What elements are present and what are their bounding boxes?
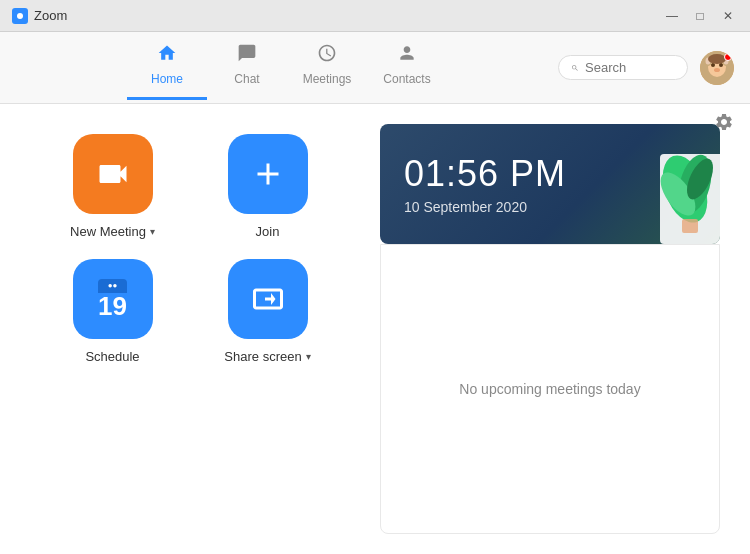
share-screen-button[interactable] (228, 259, 308, 339)
right-panel: 01:56 PM 10 September 2020 (380, 124, 720, 534)
app-icon (12, 8, 28, 24)
new-meeting-item[interactable]: New Meeting ▾ (50, 134, 175, 239)
schedule-item[interactable]: ●● 19 Schedule (50, 259, 175, 364)
home-icon (157, 43, 177, 68)
nav-bar: Home Chat Meetings (0, 32, 750, 104)
tab-chat-label: Chat (234, 72, 259, 86)
left-panel: New Meeting ▾ Join (30, 124, 350, 534)
clock-date: 10 September 2020 (404, 199, 527, 215)
close-button[interactable]: ✕ (718, 6, 738, 26)
video-camera-icon (95, 156, 131, 192)
tab-home[interactable]: Home (127, 36, 207, 100)
new-meeting-arrow: ▾ (150, 226, 155, 237)
tab-meetings[interactable]: Meetings (287, 36, 367, 100)
app-window: Home Chat Meetings (0, 32, 750, 554)
minimize-button[interactable]: — (662, 6, 682, 26)
no-meetings-text: No upcoming meetings today (459, 381, 640, 397)
join-item[interactable]: Join (205, 134, 330, 239)
meetings-section: No upcoming meetings today (380, 244, 720, 534)
clock-time: 01:56 PM (404, 153, 566, 195)
chat-icon (237, 43, 257, 68)
plant-decoration (630, 134, 720, 244)
notification-dot (724, 53, 732, 61)
share-screen-arrow: ▾ (306, 351, 311, 362)
avatar[interactable] (700, 51, 734, 85)
maximize-button[interactable]: □ (690, 6, 710, 26)
search-input[interactable] (585, 60, 675, 75)
schedule-button[interactable]: ●● 19 (73, 259, 153, 339)
search-box[interactable] (558, 55, 688, 80)
share-screen-item[interactable]: Share screen ▾ (205, 259, 330, 364)
new-meeting-button[interactable] (73, 134, 153, 214)
contacts-icon (397, 43, 417, 68)
main-content: New Meeting ▾ Join (0, 104, 750, 554)
tab-chat[interactable]: Chat (207, 36, 287, 100)
share-screen-icon (250, 281, 286, 317)
tab-home-label: Home (151, 72, 183, 86)
clock-icon (317, 43, 337, 68)
nav-tabs: Home Chat Meetings (16, 36, 558, 100)
join-label: Join (256, 224, 280, 239)
calendar-icon: ●● 19 (98, 279, 127, 319)
new-meeting-label: New Meeting ▾ (70, 224, 155, 239)
title-bar: Zoom — □ ✕ (0, 0, 750, 32)
clock-card: 01:56 PM 10 September 2020 (380, 124, 720, 244)
tab-contacts-label: Contacts (383, 72, 430, 86)
window-controls: — □ ✕ (662, 6, 738, 26)
share-screen-label: Share screen ▾ (224, 349, 310, 364)
tab-contacts[interactable]: Contacts (367, 36, 447, 100)
search-icon (571, 61, 579, 75)
action-grid: New Meeting ▾ Join (30, 124, 350, 374)
tab-meetings-label: Meetings (303, 72, 352, 86)
join-button[interactable] (228, 134, 308, 214)
gear-icon (714, 112, 734, 132)
schedule-label: Schedule (85, 349, 139, 364)
plus-icon (250, 156, 286, 192)
svg-point-1 (17, 13, 23, 19)
settings-button[interactable] (714, 112, 734, 136)
svg-point-6 (714, 68, 720, 72)
window-title: Zoom (34, 8, 662, 23)
svg-rect-17 (682, 219, 698, 233)
